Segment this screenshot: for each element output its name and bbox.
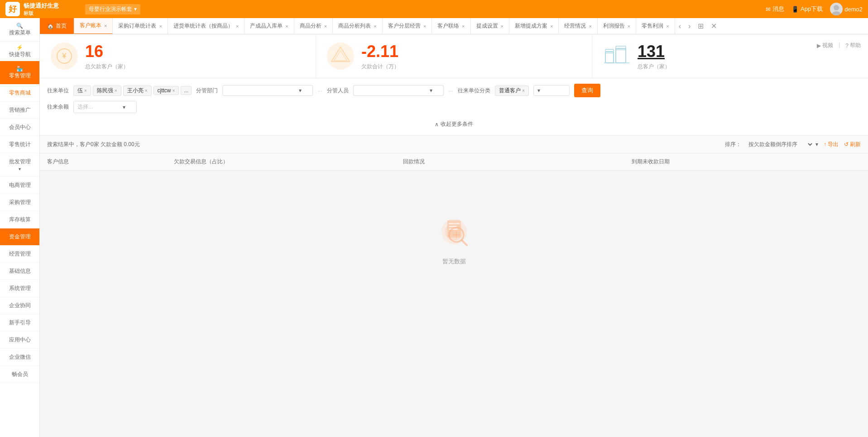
- sidebar-item-basic-info[interactable]: 基础信息: [0, 263, 39, 280]
- tab-home[interactable]: 🏠 首页: [40, 18, 74, 34]
- sidebar-item-purchase[interactable]: 采购管理: [0, 194, 39, 211]
- remove-tag-wu[interactable]: ×: [84, 88, 87, 93]
- sidebar-item-app-center[interactable]: 应用中心: [0, 332, 39, 349]
- close-icon[interactable]: ×: [104, 23, 107, 28]
- dept-select[interactable]: ▾: [222, 85, 313, 96]
- tab-scroll-left[interactable]: ‹: [675, 22, 685, 30]
- sidebar-item-enterprise-wechat[interactable]: 企业微信: [0, 349, 39, 366]
- tab-profit-report[interactable]: 利润报告 ×: [598, 18, 636, 34]
- sort-area: 排序： 按欠款金额倒序排序 ▾: [725, 139, 818, 149]
- person-clear-icon[interactable]: ···: [448, 87, 453, 94]
- more-tags-button[interactable]: ...: [181, 86, 192, 95]
- close-icon[interactable]: ×: [550, 24, 553, 29]
- sidebar-item-inventory[interactable]: 库存核算: [0, 211, 39, 228]
- collapse-button[interactable]: ∧ 收起更多条件: [435, 120, 473, 128]
- close-icon[interactable]: ×: [589, 24, 591, 29]
- table-header: 客户信息 欠款交易信息（占比） 回款情况 到期未收款日期: [40, 153, 868, 171]
- tab-promote-settings[interactable]: 提成设置 ×: [471, 18, 509, 34]
- balance-select[interactable]: 选择... ▾: [73, 101, 137, 113]
- sidebar-item-enterprise[interactable]: 企业协同: [0, 297, 39, 314]
- close-icon[interactable]: ×: [159, 24, 162, 29]
- sidebar-item-search[interactable]: 🔍 搜索菜单: [0, 18, 39, 42]
- sidebar-item-retail-stats[interactable]: 零售统计: [0, 136, 39, 153]
- person-select[interactable]: ▾: [353, 85, 444, 96]
- refresh-button[interactable]: ↺ 刷新: [844, 141, 861, 148]
- remove-tag-chen[interactable]: ×: [115, 88, 117, 93]
- app-download-button[interactable]: 📱 App下载: [791, 5, 823, 13]
- chevron-down-icon: ▾: [134, 6, 137, 12]
- close-icon[interactable]: ×: [462, 24, 465, 29]
- chevron-down-icon: ▾: [537, 87, 540, 94]
- main-content: ▶ 视频 | ? 帮助: [40, 34, 868, 437]
- category-select[interactable]: ▾: [533, 85, 570, 96]
- close-icon[interactable]: ×: [285, 24, 288, 29]
- sidebar-item-wholesale[interactable]: 批发管理 ▾: [0, 153, 39, 177]
- tab-scroll-right[interactable]: ›: [685, 22, 694, 30]
- filter-tag-cjttcw[interactable]: cjttcw ×: [153, 86, 179, 95]
- sidebar-item-marketing[interactable]: 营销推广: [0, 102, 39, 119]
- sidebar-item-ecommerce[interactable]: 电商管理: [0, 177, 39, 194]
- tab-goods-analysis-list[interactable]: 商品分析列表 ×: [333, 18, 382, 34]
- svg-marker-4: [331, 47, 350, 62]
- tab-retail-profit[interactable]: 零售利润 ×: [636, 18, 675, 34]
- sidebar-item-retail-mgmt[interactable]: 🏪 零售管理: [0, 61, 39, 85]
- empty-text: 暂无数据: [442, 257, 466, 266]
- demo-selector[interactable]: 母婴行业演示帐套 ▾: [85, 4, 140, 14]
- chevron-down-icon: ▾: [815, 141, 818, 147]
- close-icon[interactable]: ×: [666, 24, 669, 29]
- sidebar-item-quick-nav[interactable]: ⚡ 快捷导航: [0, 42, 39, 61]
- unit-tags: 伍 × 陈民强 × 王小亮 ×: [73, 86, 192, 96]
- result-summary: 搜索结果中，客户0家 欠款金额 0.00元: [47, 141, 140, 148]
- chevron-up-icon: ∧: [435, 121, 439, 128]
- filter-tag-wang[interactable]: 王小亮 ×: [123, 86, 152, 96]
- tab-product-stock[interactable]: 产成品入库单 ×: [245, 18, 294, 34]
- sidebar-item-retail-mall[interactable]: 零售商城: [0, 85, 39, 102]
- tab-purchase-order[interactable]: 采购订单统计表 ×: [113, 18, 168, 34]
- tab-new-promote[interactable]: 新增提成方案 ×: [509, 18, 559, 34]
- export-button[interactable]: ↑ 导出: [824, 141, 839, 148]
- query-button[interactable]: 查询: [574, 84, 600, 97]
- close-icon[interactable]: ×: [324, 24, 327, 29]
- logo-sub: 标版: [24, 10, 59, 17]
- tab-customer[interactable]: 客户账本 ×: [74, 18, 113, 34]
- user-menu[interactable]: demo2: [830, 3, 863, 15]
- tab-customer-tier[interactable]: 客户分层经营 ×: [383, 18, 432, 34]
- col-header-date: 到期未收款日期: [632, 158, 861, 166]
- remove-tag-wang[interactable]: ×: [145, 88, 148, 93]
- svg-point-1: [832, 11, 841, 15]
- close-icon[interactable]: ×: [423, 24, 426, 29]
- col-header-repay: 回款情况: [403, 158, 632, 166]
- close-icon[interactable]: ×: [501, 24, 504, 29]
- sidebar-item-member[interactable]: 会员中心: [0, 119, 39, 136]
- tab-expand-icon[interactable]: ⊞: [694, 22, 707, 30]
- retail-icon: 🏪: [0, 66, 39, 72]
- filter-tag-normal-customer[interactable]: 普通客户 ×: [495, 86, 529, 96]
- filter-area: 往来单位 伍 × 陈民强 × 王小亮: [40, 78, 868, 136]
- empty-state: 暂无数据: [40, 171, 868, 302]
- tab-customer-contact[interactable]: 客户联络 ×: [432, 18, 470, 34]
- filter-tag-wu[interactable]: 伍 ×: [73, 86, 91, 96]
- filter-tag-chen[interactable]: 陈民强 ×: [93, 86, 121, 96]
- chevron-down-icon: ▾: [19, 166, 21, 171]
- category-filter-label: 往来单位分类: [458, 87, 490, 95]
- message-button[interactable]: ✉ 消息: [766, 5, 784, 13]
- close-icon[interactable]: ×: [374, 24, 376, 29]
- close-icon[interactable]: ×: [628, 24, 630, 29]
- sidebar-item-finance[interactable]: 资金管理: [0, 228, 39, 246]
- sidebar-item-vip-member[interactable]: 畅会员: [0, 366, 39, 383]
- remove-tag-normal[interactable]: ×: [522, 88, 525, 93]
- close-icon[interactable]: ×: [236, 24, 239, 29]
- result-bar: 搜索结果中，客户0家 欠款金额 0.00元 排序： 按欠款金额倒序排序 ▾ ↑ …: [40, 136, 868, 153]
- svg-rect-14: [449, 223, 460, 224]
- remove-tag-cjttcw[interactable]: ×: [173, 88, 175, 93]
- tab-close-all-icon[interactable]: ✕: [707, 22, 720, 30]
- sidebar-item-system[interactable]: 系统管理: [0, 280, 39, 297]
- tab-business-stat[interactable]: 经营情况 ×: [559, 18, 597, 34]
- sort-select[interactable]: 按欠款金额倒序排序: [743, 139, 814, 149]
- stat-icon-3: [603, 43, 630, 70]
- tab-goods-analysis[interactable]: 商品分析 ×: [294, 18, 333, 34]
- tab-purchase-stat[interactable]: 进货单统计表（按商品） ×: [168, 18, 245, 34]
- sidebar-item-new-guide[interactable]: 新手引导: [0, 314, 39, 332]
- dept-clear-icon[interactable]: ···: [317, 87, 322, 94]
- sidebar-item-operations[interactable]: 经营管理: [0, 246, 39, 263]
